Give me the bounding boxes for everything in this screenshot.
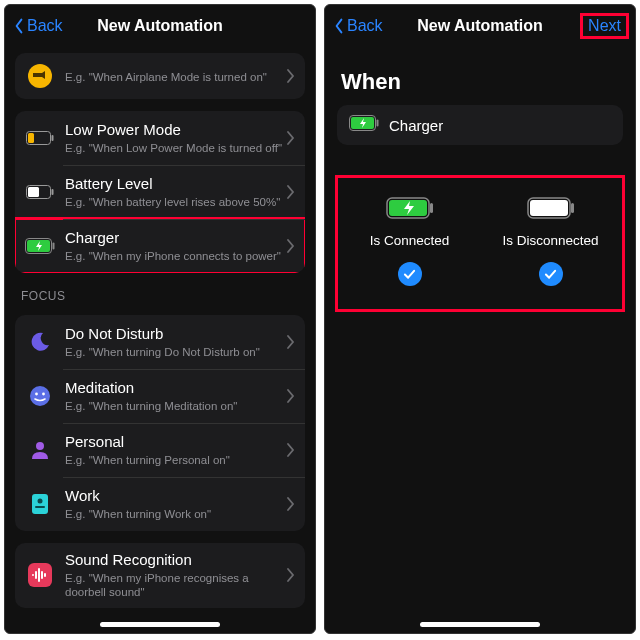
svg-point-15 — [38, 499, 43, 504]
moon-icon — [25, 327, 55, 357]
svg-rect-26 — [530, 200, 568, 216]
section-header-focus: FOCUS — [21, 289, 299, 303]
row-text: Do Not Disturb E.g. "When turning Do Not… — [65, 325, 283, 359]
low-power-icon — [25, 123, 55, 153]
checkmark-icon — [539, 262, 563, 286]
row-text: E.g. "When Airplane Mode is turned on" — [65, 68, 283, 84]
trigger-row-airplane[interactable]: E.g. "When Airplane Mode is turned on" — [15, 53, 305, 99]
row-sub: E.g. "When turning Work on" — [65, 507, 283, 521]
trigger-summary-label: Charger — [389, 117, 443, 134]
back-label: Back — [347, 17, 383, 35]
trigger-row-charger[interactable]: Charger E.g. "When my iPhone connects to… — [15, 219, 305, 273]
trigger-summary-row: Charger — [337, 105, 623, 145]
screen-automation-list: Back New Automation E.g. "When Airplane … — [4, 4, 316, 634]
svg-rect-8 — [53, 243, 55, 250]
next-button[interactable]: Next — [582, 15, 627, 37]
trigger-group-battery: Low Power Mode E.g. "When Low Power Mode… — [15, 111, 305, 273]
trigger-group-sound: Sound Recognition E.g. "When my iPhone r… — [15, 543, 305, 608]
option-label: Is Disconnected — [502, 233, 598, 248]
svg-rect-2 — [52, 135, 54, 141]
svg-point-11 — [35, 393, 38, 396]
sound-recognition-icon — [25, 560, 55, 590]
row-title: Charger — [65, 229, 283, 247]
row-text: Battery Level E.g. "When battery level r… — [65, 175, 283, 209]
svg-point-10 — [30, 386, 50, 406]
row-sub: E.g. "When turning Personal on" — [65, 453, 283, 467]
home-indicator[interactable] — [100, 622, 220, 627]
trigger-row-dnd[interactable]: Do Not Disturb E.g. "When turning Do Not… — [15, 315, 305, 369]
trigger-row-sound-recognition[interactable]: Sound Recognition E.g. "When my iPhone r… — [15, 543, 305, 608]
chevron-right-icon — [287, 389, 295, 403]
chevron-right-icon — [287, 239, 295, 253]
trigger-row-personal[interactable]: Personal E.g. "When turning Personal on" — [15, 423, 305, 477]
home-indicator[interactable] — [420, 622, 540, 627]
trigger-row-battery-level[interactable]: Battery Level E.g. "When battery level r… — [15, 165, 305, 219]
when-heading: When — [341, 69, 619, 95]
row-title: Low Power Mode — [65, 121, 283, 139]
chevron-right-icon — [287, 443, 295, 457]
svg-rect-6 — [28, 187, 39, 197]
person-icon — [25, 435, 55, 465]
chevron-left-icon — [13, 18, 25, 34]
svg-rect-5 — [52, 189, 54, 195]
option-label: Is Connected — [370, 233, 450, 248]
row-sub: E.g. "When my iPhone recognises a doorbe… — [65, 571, 283, 600]
row-sub: E.g. "When turning Meditation on" — [65, 399, 283, 413]
back-label: Back — [27, 17, 63, 35]
option-is-disconnected[interactable]: Is Disconnected — [486, 197, 615, 286]
row-title: Do Not Disturb — [65, 325, 283, 343]
battery-full-icon — [527, 197, 575, 219]
row-text: Personal E.g. "When turning Personal on" — [65, 433, 283, 467]
row-title: Battery Level — [65, 175, 283, 193]
charger-icon — [349, 115, 379, 135]
work-badge-icon — [25, 489, 55, 519]
chevron-right-icon — [287, 568, 295, 582]
chevron-right-icon — [287, 185, 295, 199]
trigger-row-meditation[interactable]: Meditation E.g. "When turning Meditation… — [15, 369, 305, 423]
svg-rect-25 — [571, 203, 574, 213]
option-is-connected[interactable]: Is Connected — [345, 197, 474, 286]
airplane-icon — [25, 61, 55, 91]
row-text: Meditation E.g. "When turning Meditation… — [65, 379, 283, 413]
chevron-right-icon — [287, 69, 295, 83]
nav-bar: Back New Automation Next — [325, 5, 635, 47]
trigger-row-work[interactable]: Work E.g. "When turning Work on" — [15, 477, 305, 531]
screen-charger-config: Back New Automation Next When Charger Is… — [324, 4, 636, 634]
row-text: Low Power Mode E.g. "When Low Power Mode… — [65, 121, 283, 155]
chevron-right-icon — [287, 335, 295, 349]
row-sub: E.g. "When my iPhone connects to power" — [65, 249, 283, 263]
row-sub: E.g. "When battery level rises above 50%… — [65, 195, 283, 209]
svg-rect-14 — [32, 494, 48, 514]
row-text: Charger E.g. "When my iPhone connects to… — [65, 229, 283, 263]
trigger-row-low-power[interactable]: Low Power Mode E.g. "When Low Power Mode… — [15, 111, 305, 165]
nav-bar: Back New Automation — [5, 5, 315, 47]
chevron-right-icon — [287, 497, 295, 511]
row-title: Work — [65, 487, 283, 505]
svg-point-13 — [36, 442, 44, 450]
charger-icon — [25, 231, 55, 261]
row-sub: E.g. "When Low Power Mode is turned off" — [65, 141, 283, 155]
svg-rect-19 — [377, 120, 379, 127]
row-sub: E.g. "When Airplane Mode is turned on" — [65, 70, 283, 84]
svg-point-12 — [42, 393, 45, 396]
trigger-group-airplane-partial: E.g. "When Airplane Mode is turned on" — [15, 53, 305, 99]
row-title: Personal — [65, 433, 283, 451]
row-text: Work E.g. "When turning Work on" — [65, 487, 283, 521]
svg-rect-3 — [28, 133, 34, 143]
options-area: Is Connected Is Disconnected — [337, 177, 623, 310]
chevron-right-icon — [287, 131, 295, 145]
back-button[interactable]: Back — [333, 17, 383, 35]
svg-rect-16 — [35, 506, 45, 508]
row-text: Sound Recognition E.g. "When my iPhone r… — [65, 551, 283, 600]
back-button[interactable]: Back — [13, 17, 63, 35]
checkmark-icon — [398, 262, 422, 286]
svg-rect-22 — [430, 203, 433, 213]
trigger-group-focus: Do Not Disturb E.g. "When turning Do Not… — [15, 315, 305, 531]
row-title: Meditation — [65, 379, 283, 397]
battery-charging-icon — [386, 197, 434, 219]
chevron-left-icon — [333, 18, 345, 34]
row-sub: E.g. "When turning Do Not Disturb on" — [65, 345, 283, 359]
row-title: Sound Recognition — [65, 551, 283, 569]
battery-level-icon — [25, 177, 55, 207]
scroll-area[interactable]: E.g. "When Airplane Mode is turned on" L… — [5, 47, 315, 633]
